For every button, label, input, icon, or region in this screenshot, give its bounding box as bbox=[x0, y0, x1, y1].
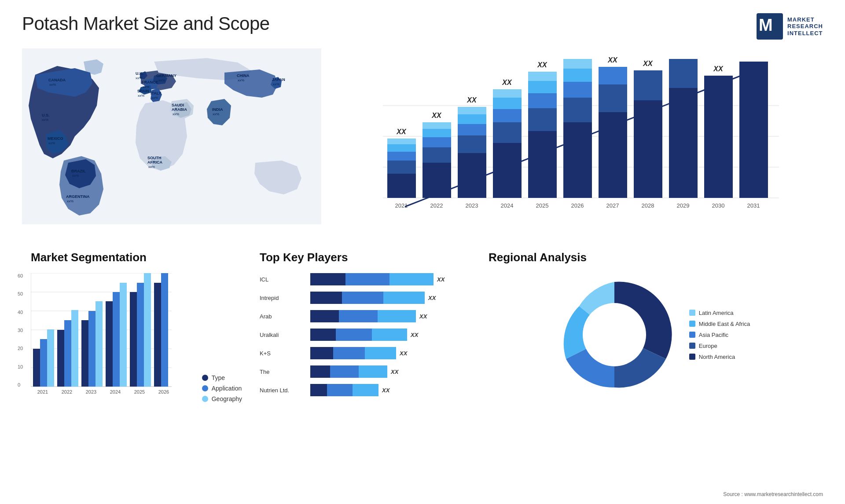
svg-rect-41 bbox=[387, 174, 416, 198]
player-bar-row-the: XX bbox=[310, 365, 471, 378]
svg-rect-71 bbox=[528, 93, 557, 108]
svg-text:xx%: xx% bbox=[238, 78, 244, 82]
player-bar-row-icl: XX bbox=[310, 273, 471, 285]
svg-rect-128 bbox=[137, 283, 144, 387]
player-label-kps: XX bbox=[400, 350, 407, 357]
player-bar-row-arab: XX bbox=[310, 310, 471, 322]
svg-rect-92 bbox=[669, 88, 698, 198]
svg-text:JAPAN: JAPAN bbox=[272, 77, 285, 82]
svg-text:xx%: xx% bbox=[143, 85, 149, 89]
svg-text:U.K.: U.K. bbox=[136, 71, 143, 76]
player-uralkali: Uralkali bbox=[260, 329, 304, 341]
svg-rect-44 bbox=[387, 144, 416, 152]
svg-text:xx%: xx% bbox=[148, 165, 155, 169]
player-icl: ICL bbox=[260, 273, 304, 285]
svg-rect-83 bbox=[599, 112, 627, 198]
regional-title: Regional Analysis bbox=[489, 251, 814, 264]
player-label-uralkali: XX bbox=[411, 332, 418, 338]
svg-text:AFRICA: AFRICA bbox=[147, 160, 162, 164]
svg-text:xx%: xx% bbox=[136, 76, 142, 80]
svg-rect-99 bbox=[739, 62, 768, 198]
svg-rect-88 bbox=[634, 100, 662, 198]
svg-rect-43 bbox=[387, 152, 416, 161]
svg-rect-55 bbox=[458, 153, 486, 198]
logo-icon: M bbox=[757, 13, 783, 40]
svg-rect-69 bbox=[528, 131, 557, 198]
svg-rect-123 bbox=[106, 301, 113, 387]
svg-text:2025: 2025 bbox=[536, 202, 549, 209]
svg-text:2021: 2021 bbox=[37, 389, 48, 394]
svg-rect-59 bbox=[458, 107, 486, 114]
player-bar-row-nutrien: XX bbox=[310, 384, 471, 396]
svg-rect-129 bbox=[144, 273, 151, 387]
svg-rect-52 bbox=[422, 122, 451, 129]
bottom-section: Market Segmentation 60 50 40 30 20 10 0 bbox=[22, 246, 823, 475]
svg-rect-113 bbox=[47, 329, 54, 387]
svg-rect-76 bbox=[563, 122, 592, 198]
label-north-america: North America bbox=[699, 354, 735, 360]
player-arab: Arab bbox=[260, 310, 304, 322]
logo-area: M MARKET RESEARCH INTELLECT bbox=[757, 13, 823, 40]
svg-text:2024: 2024 bbox=[501, 202, 514, 209]
legend-north-america: North America bbox=[689, 354, 750, 360]
legend-middle-east: Middle East & Africa bbox=[689, 321, 750, 327]
player-the: The bbox=[260, 365, 304, 378]
svg-text:xx%: xx% bbox=[173, 112, 179, 116]
player-names-list: ICL Intrepid Arab Uralkali K+S The Nutri… bbox=[260, 273, 304, 396]
svg-text:ARGENTINA: ARGENTINA bbox=[66, 194, 90, 199]
svg-text:ARABIA: ARABIA bbox=[172, 107, 187, 112]
svg-rect-80 bbox=[563, 59, 592, 69]
svg-rect-56 bbox=[458, 135, 486, 153]
y-label-20: 20 bbox=[18, 346, 23, 351]
player-bar-row-intrepid: XX bbox=[310, 292, 471, 304]
svg-rect-84 bbox=[599, 84, 627, 112]
svg-text:2026: 2026 bbox=[571, 202, 584, 209]
svg-rect-121 bbox=[96, 301, 103, 387]
player-label-icl: XX bbox=[437, 276, 445, 283]
svg-rect-131 bbox=[154, 283, 161, 387]
player-bars-list: XX XX bbox=[310, 273, 471, 396]
svg-text:GERMANY: GERMANY bbox=[156, 73, 176, 78]
svg-text:2021: 2021 bbox=[395, 202, 408, 209]
svg-text:xx%: xx% bbox=[273, 82, 279, 86]
legend-latin-america: Latin America bbox=[689, 310, 750, 316]
svg-rect-65 bbox=[493, 98, 522, 109]
svg-rect-50 bbox=[422, 137, 451, 147]
svg-rect-125 bbox=[120, 283, 127, 387]
svg-rect-64 bbox=[493, 109, 522, 122]
y-label-10: 10 bbox=[18, 364, 23, 369]
svg-rect-70 bbox=[528, 108, 557, 131]
svg-rect-85 bbox=[599, 67, 627, 84]
svg-rect-66 bbox=[493, 89, 522, 98]
svg-text:2023: 2023 bbox=[86, 389, 96, 394]
svg-rect-96 bbox=[704, 76, 733, 198]
y-label-30: 30 bbox=[18, 328, 23, 333]
svg-text:2025: 2025 bbox=[134, 389, 145, 394]
svg-rect-63 bbox=[493, 122, 522, 143]
label-middle-east: Middle East & Africa bbox=[699, 321, 750, 327]
legend-europe: Europe bbox=[689, 343, 750, 349]
player-nutrien: Nutrien Ltd. bbox=[260, 384, 304, 396]
svg-rect-119 bbox=[81, 320, 88, 387]
svg-text:SOUTH: SOUTH bbox=[147, 156, 162, 160]
key-players-container: Top Key Players ICL Intrepid Arab Uralka… bbox=[251, 246, 480, 475]
svg-rect-72 bbox=[528, 81, 557, 93]
svg-text:xx%: xx% bbox=[138, 94, 144, 98]
player-label-nutrien: XX bbox=[382, 387, 389, 394]
logo-line1: MARKET bbox=[787, 16, 823, 23]
segmentation-title: Market Segmentation bbox=[31, 251, 242, 264]
source-text: Source : www.marketresearchintellect.com bbox=[723, 491, 823, 497]
svg-text:XX: XX bbox=[467, 96, 477, 104]
svg-text:2022: 2022 bbox=[430, 202, 443, 209]
header: Potash Market Size and Scope M MARKET RE… bbox=[22, 13, 823, 40]
dot-middle-east bbox=[689, 321, 695, 327]
svg-text:xx%: xx% bbox=[158, 78, 165, 82]
regional-container: Regional Analysis bbox=[480, 246, 823, 475]
legend-label-application: Application bbox=[212, 385, 242, 392]
svg-rect-93 bbox=[669, 59, 698, 88]
dot-latin-america bbox=[689, 310, 695, 316]
regional-legend: Latin America Middle East & Africa Asia … bbox=[689, 310, 750, 360]
svg-text:SPAIN: SPAIN bbox=[137, 89, 149, 93]
svg-rect-112 bbox=[40, 339, 47, 387]
legend-label-geography: Geography bbox=[212, 395, 242, 402]
